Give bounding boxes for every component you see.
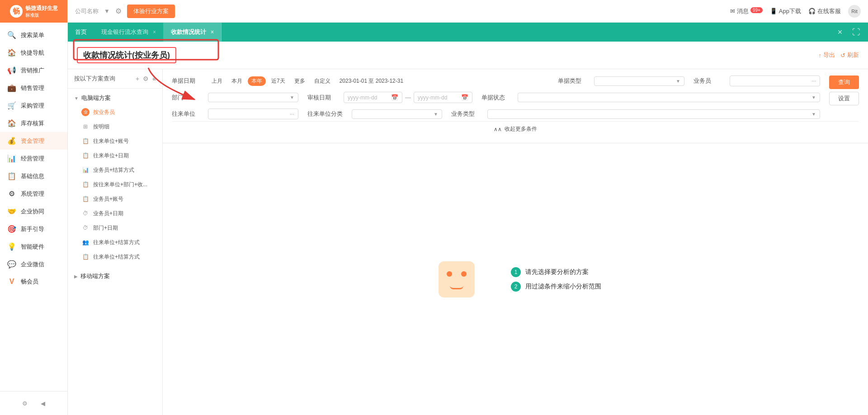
tab-bank-flow[interactable]: 现金银行流水查询 × [94,23,164,42]
date-tabs: 上月 本月 本年 近7天 更多 自定义 2023-01-01 至 2023-12… [208,76,403,86]
collapse-arrow-icon: ∧∧ [494,126,502,132]
scheme-item-unit-settle2[interactable]: 📋 往来单位+结算方式 [68,250,162,264]
filter-area: 单据日期 上月 本月 本年 近7天 更多 自定义 [163,69,868,143]
sidebar-item-sales[interactable]: 💼 销售管理 [0,79,67,97]
scheme-item-label: 业务员+结算方式 [93,166,134,174]
step-num-2: 2 [511,282,521,292]
tab-bank-flow-close[interactable]: × [153,29,156,35]
guide-icon: 🎯 [7,225,16,233]
operations-icon: 📊 [7,154,16,163]
date-tab-custom[interactable]: 自定义 [311,76,334,86]
panel-collapse-btn[interactable]: « [152,75,156,82]
bill-type-select[interactable]: ▼ [594,76,684,86]
date-range-display: 2023-01-01 至 2023-12-31 [340,77,403,85]
unit-select[interactable]: ··· [208,108,298,119]
sidebar-item-label: 销售管理 [21,84,44,92]
message-btn[interactable]: ✉ 消息 99+ [730,7,763,15]
sidebar-item-enterprise[interactable]: 🤝 企业协同 [0,203,67,220]
robot-illustration [429,252,484,307]
app-download-icon: 📱 [770,8,777,14]
sidebar-item-purchase[interactable]: 🛒 采购管理 [0,97,67,114]
sidebar-collapse-btn[interactable]: ◀ [36,396,50,410]
scheme-item-dept-date[interactable]: ⏱ 部门+日期 [68,221,162,235]
scheme-item-salesperson-settle[interactable]: 📊 业务员+结算方式 [68,163,162,177]
tab-receipts-stats-close[interactable]: × [211,29,214,35]
refresh-btn[interactable]: ↺ 刷新 [840,51,859,59]
scheme-item-by-detail[interactable]: ⊞ 按明细 [68,119,162,134]
date-tab-this-month[interactable]: 本月 [228,76,246,86]
sidebar-settings-btn[interactable]: ⚙ [18,396,32,410]
audit-date-from[interactable]: yyyy-mm-dd 📅 [344,92,402,103]
scheme-group-desktop: ▼ 电脑端方案 业 按业务员 ⊞ 按明细 📋 往来单位+账号 [68,89,162,267]
collapse-more-btn[interactable]: ∧∧ 收起更多条件 [172,121,859,137]
step-2-label: 用过滤条件来缩小分析范围 [525,283,601,291]
unit-dots[interactable]: ··· [290,111,294,117]
date-label: 单据日期 [172,77,199,85]
header-right: ✉ 消息 99+ 📱 App下载 🎧 在线客服 Rit [730,5,861,18]
scheme-group-desktop-header[interactable]: ▼ 电脑端方案 [68,91,162,105]
date-tab-this-year[interactable]: 本年 [248,76,266,86]
tab-home-label: 首页 [75,28,87,36]
sidebar-item-vip[interactable]: V 畅会员 [0,273,67,290]
window-close-btn[interactable]: × [834,26,846,38]
chevron-down-icon2: ▼ [290,95,294,100]
unit-category-label: 往来单位分类 [307,110,343,118]
sidebar-item-operations[interactable]: 📊 经营管理 [0,150,67,167]
date-tab-more[interactable]: 更多 [291,76,309,86]
scheme-prefix-table3: 📋 [81,180,90,189]
inventory-icon: 🏠 [7,119,16,127]
window-expand-btn[interactable]: ⛶ [850,26,863,38]
bill-type-label: 单据类型 [558,77,585,85]
sidebar-item-search-menu[interactable]: 🔍 搜索菜单 [0,26,67,44]
date-tab-7days[interactable]: 近7天 [268,76,289,86]
sidebar-item-finance[interactable]: 💰 资金管理 [0,132,67,150]
dept-select[interactable]: ▼ [208,93,298,102]
unit-category-select[interactable]: ▼ [352,109,442,119]
scheme-item-unit-date[interactable]: 📋 往来单位+日期 [68,148,162,163]
export-btn[interactable]: ↑ 导出 [819,51,835,59]
wechat-icon: 💬 [7,260,16,269]
scheme-group-mobile: ▶ 移动端方案 [68,267,162,286]
scheme-item-salesperson-account[interactable]: 📋 业务员+账号 [68,192,162,206]
salesperson-select[interactable]: ··· [730,75,820,86]
sidebar-item-quick-nav[interactable]: 🏠 快捷导航 [0,44,67,61]
triangle-down-icon: ▼ [74,96,79,101]
header-gear-icon[interactable]: ⚙ [115,7,122,15]
sidebar-item-wechat[interactable]: 💬 企业微信 [0,255,67,273]
sidebar-item-system[interactable]: ⚙ 系统管理 [0,185,67,203]
settings-btn[interactable]: 设置 [829,92,859,105]
scheme-item-unit-settle1[interactable]: 👥 往来单位+结算方式 [68,235,162,250]
panel-add-btn[interactable]: + [136,75,139,82]
scheme-item-unit-dept-collect[interactable]: 📋 按往来单位+部门+收... [68,177,162,192]
user-avatar[interactable]: Rit [848,5,861,18]
scheme-item-salesperson-date[interactable]: ⏱ 业务员+日期 [68,206,162,221]
filter-row-1: 单据日期 上月 本月 本年 近7天 更多 自定义 [172,75,820,86]
sidebar-item-inventory[interactable]: 🏠 库存核算 [0,114,67,132]
tab-home[interactable]: 首页 [68,23,94,42]
tab-receipts-stats[interactable]: 收款情况统计 × [164,23,222,42]
business-type-select[interactable]: ▼ [487,109,820,119]
sidebar-item-basic-info[interactable]: 📋 基础信息 [0,167,67,185]
date-tab-last-month[interactable]: 上月 [208,76,226,86]
scheme-item-by-salesperson[interactable]: 业 按业务员 [68,105,162,119]
audit-date-to[interactable]: yyyy-mm-dd 📅 [414,92,472,103]
step-1-label: 请先选择要分析的方案 [525,268,589,276]
sidebar-item-smart-hw[interactable]: 💡 智能硬件 [0,238,67,255]
online-service-label: 在线客服 [817,7,841,15]
sidebar-item-label: 基础信息 [21,172,44,180]
sidebar-item-label: 畅会员 [21,278,38,286]
scheme-item-unit-account[interactable]: 📋 往来单位+账号 [68,134,162,148]
app-name: 畅捷通好生意 [25,5,58,12]
bill-status-select[interactable]: ▼ [518,93,820,102]
sidebar-item-marketing[interactable]: 📢 营销推广 [0,61,67,79]
enterprise-icon: 🤝 [7,207,16,216]
scheme-group-mobile-header[interactable]: ▶ 移动端方案 [68,269,162,283]
tab-actions: × ⛶ [834,26,868,38]
industry-btn[interactable]: 体验行业方案 [127,5,175,18]
online-service-btn[interactable]: 🎧 在线客服 [808,7,841,15]
app-download-btn[interactable]: 📱 App下载 [770,7,801,15]
salesperson-dots[interactable]: ··· [811,78,816,84]
query-btn[interactable]: 查询 [829,75,859,89]
panel-settings-btn[interactable]: ⚙ [143,75,149,82]
sidebar-item-guide[interactable]: 🎯 新手引导 [0,220,67,238]
